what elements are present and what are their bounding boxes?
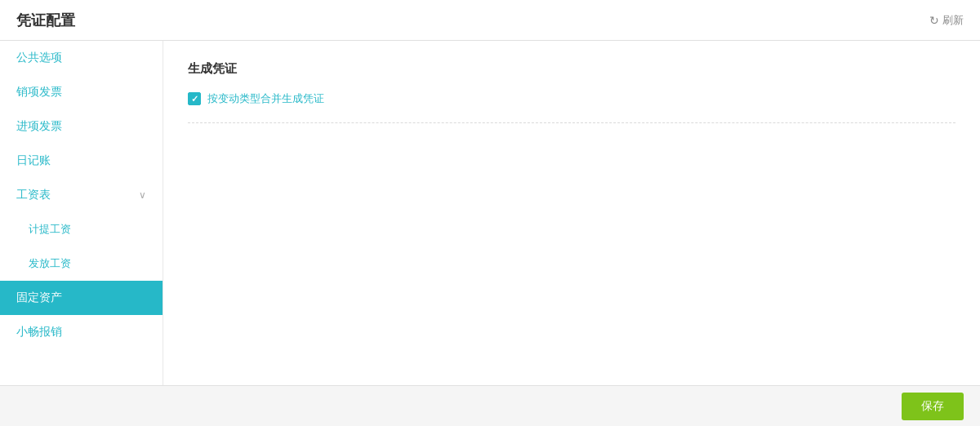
sidebar-item-label: 日记账 bbox=[16, 153, 51, 168]
sidebar-item-journal[interactable]: 日记账 bbox=[0, 144, 163, 178]
sidebar-item-payroll-table[interactable]: 工资表∨ bbox=[0, 178, 163, 212]
merge-by-type-label[interactable]: 按变动类型合并生成凭证 bbox=[207, 91, 324, 106]
sidebar-item-label: 计提工资 bbox=[29, 222, 71, 237]
sidebar-item-label: 销项发票 bbox=[16, 85, 62, 100]
sidebar-item-fixed-assets[interactable]: 固定资产 bbox=[0, 281, 163, 315]
sidebar-item-purchase-invoice[interactable]: 进项发票 bbox=[0, 109, 163, 144]
merge-by-type-checkbox[interactable]: ✓ bbox=[188, 92, 201, 105]
refresh-label: 刷新 bbox=[942, 13, 964, 28]
sidebar-item-expense-report[interactable]: 小畅报销 bbox=[0, 315, 163, 349]
chevron-down-icon: ∨ bbox=[139, 189, 146, 201]
page-title: 凭证配置 bbox=[16, 11, 75, 30]
refresh-button[interactable]: ↻ 刷新 bbox=[929, 13, 964, 28]
sidebar-item-pay-salary[interactable]: 发放工资 bbox=[0, 246, 163, 281]
main-layout: 公共选项销项发票进项发票日记账工资表∨计提工资发放工资固定资产小畅报销 生成凭证… bbox=[0, 41, 980, 385]
merge-by-type-row: ✓ 按变动类型合并生成凭证 bbox=[188, 91, 956, 106]
sidebar-item-label: 工资表 bbox=[16, 188, 51, 202]
content-area: 生成凭证 ✓ 按变动类型合并生成凭证 bbox=[163, 41, 980, 385]
refresh-icon: ↻ bbox=[929, 14, 939, 27]
sidebar-item-label: 发放工资 bbox=[29, 256, 71, 271]
section-divider bbox=[188, 122, 956, 123]
footer: 保存 bbox=[0, 385, 980, 426]
sidebar-item-label: 进项发票 bbox=[16, 119, 62, 134]
sidebar-item-sales-invoice[interactable]: 销项发票 bbox=[0, 75, 163, 109]
sidebar-item-public-options[interactable]: 公共选项 bbox=[0, 41, 163, 75]
sidebar-item-label: 公共选项 bbox=[16, 51, 62, 65]
sidebar-item-label: 固定资产 bbox=[16, 291, 62, 305]
header: 凭证配置 ↻ 刷新 bbox=[0, 0, 980, 41]
checkmark-icon: ✓ bbox=[191, 95, 198, 104]
sidebar-item-label: 小畅报销 bbox=[16, 325, 62, 339]
save-button[interactable]: 保存 bbox=[902, 393, 964, 420]
section-title: 生成凭证 bbox=[188, 61, 956, 77]
sidebar: 公共选项销项发票进项发票日记账工资表∨计提工资发放工资固定资产小畅报销 bbox=[0, 41, 163, 385]
sidebar-item-calc-salary[interactable]: 计提工资 bbox=[0, 212, 163, 246]
